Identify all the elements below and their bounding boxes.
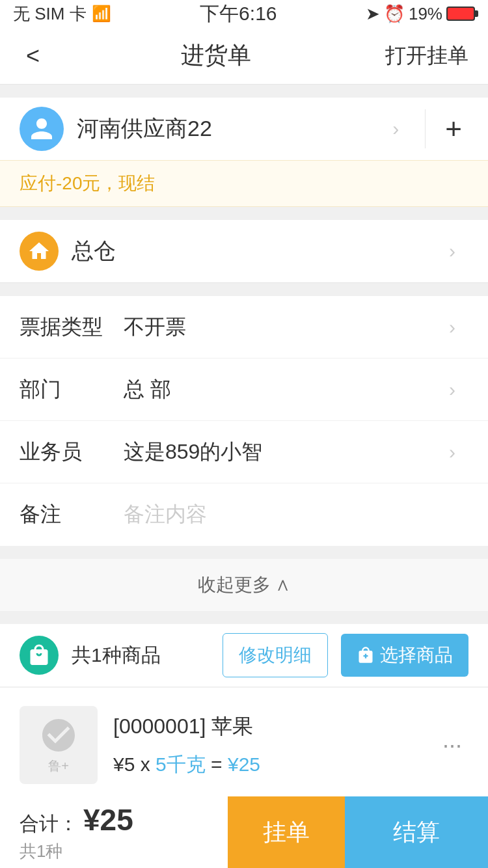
product-title: 苹果 bbox=[211, 714, 253, 738]
form-section: 票据类型 不开票 › 部门 总 部 › 业务员 这是859的小智 › 备注 备注… bbox=[0, 296, 488, 546]
alarm-icon: ⏰ bbox=[384, 4, 405, 24]
page-title: 进货单 bbox=[181, 40, 251, 72]
salesperson-label: 业务员 bbox=[20, 438, 111, 467]
open-pending-button[interactable]: 打开挂单 bbox=[385, 42, 468, 70]
remarks-label: 备注 bbox=[20, 500, 111, 529]
supplier-name: 河南供应商22 bbox=[77, 114, 392, 144]
battery-percent: 19% bbox=[409, 4, 442, 24]
total-value: 25 bbox=[100, 803, 133, 837]
invoice-type-row[interactable]: 票据类型 不开票 › bbox=[0, 296, 488, 359]
warehouse-building-icon bbox=[27, 239, 51, 263]
supplier-section[interactable]: 河南供应商22 › + bbox=[0, 98, 488, 160]
status-time: 下午6:16 bbox=[200, 1, 277, 27]
warehouse-section[interactable]: 总仓 › bbox=[0, 220, 488, 282]
invoice-type-value: 不开票 bbox=[111, 313, 449, 342]
product-thumbnail: 鲁+ bbox=[20, 706, 98, 784]
product-count-icon bbox=[20, 636, 59, 675]
total-label: 合计： bbox=[20, 811, 78, 837]
product-equals: = bbox=[211, 753, 228, 775]
total-symbol: ¥ bbox=[83, 803, 100, 837]
status-right: ➤ ⏰ 19% bbox=[366, 4, 475, 24]
product-name: [0000001] 苹果 bbox=[113, 712, 420, 741]
salesperson-row[interactable]: 业务员 这是859的小智 › bbox=[0, 421, 488, 483]
salesperson-value: 这是859的小智 bbox=[111, 438, 449, 467]
product-info: [0000001] 苹果 ¥5 x 5千克 = ¥25 bbox=[113, 712, 420, 778]
select-product-icon bbox=[357, 646, 375, 664]
warehouse-icon bbox=[20, 232, 59, 271]
supplier-chevron-icon: › bbox=[392, 118, 399, 140]
product-multiply: x bbox=[141, 753, 156, 775]
remarks-value: 备注内容 bbox=[111, 500, 468, 529]
supplier-avatar-icon bbox=[29, 116, 55, 142]
total-section: 合计： ¥25 共1种 bbox=[0, 802, 228, 863]
wifi-icon: 📶 bbox=[92, 5, 111, 23]
checkout-button[interactable]: 结算 bbox=[345, 796, 488, 868]
product-default-icon bbox=[39, 716, 78, 755]
remarks-row[interactable]: 备注 备注内容 bbox=[0, 483, 488, 546]
product-thumb-label: 鲁+ bbox=[48, 757, 69, 775]
collapse-more-text: 收起更多 ∧ bbox=[198, 573, 291, 597]
department-chevron-icon: › bbox=[449, 379, 455, 401]
product-quantity: 5千克 bbox=[156, 753, 206, 775]
add-supplier-button[interactable]: + bbox=[439, 113, 468, 145]
hang-order-button[interactable]: 挂单 bbox=[228, 796, 345, 868]
select-product-button[interactable]: 选择商品 bbox=[341, 634, 468, 677]
collapse-more-button[interactable]: 收起更多 ∧ bbox=[0, 559, 488, 611]
department-value: 总 部 bbox=[111, 375, 449, 404]
status-left: 无 SIM 卡 📶 bbox=[13, 3, 111, 25]
info-banner-text: 应付-20元，现结 bbox=[20, 173, 155, 193]
products-header: 共1种商品 修改明细 选择商品 bbox=[0, 624, 488, 686]
salesperson-chevron-icon: › bbox=[449, 441, 455, 463]
supplier-divider bbox=[425, 109, 426, 148]
invoice-chevron-icon: › bbox=[449, 316, 455, 338]
nav-bar: < 进货单 打开挂单 bbox=[0, 27, 488, 85]
product-item: 鲁+ [0000001] 苹果 ¥5 x 5千克 = ¥25 ··· bbox=[0, 688, 488, 802]
warehouse-chevron-icon: › bbox=[449, 240, 455, 262]
status-bar: 无 SIM 卡 📶 下午6:16 ➤ ⏰ 19% bbox=[0, 0, 488, 27]
product-total: ¥25 bbox=[228, 753, 260, 775]
total-amount: ¥25 bbox=[83, 802, 133, 837]
supplier-avatar bbox=[20, 107, 64, 151]
info-banner: 应付-20元，现结 bbox=[0, 160, 488, 207]
product-unit-price: ¥5 bbox=[113, 753, 135, 775]
product-more-button[interactable]: ··· bbox=[436, 725, 468, 765]
location-icon: ➤ bbox=[366, 4, 380, 24]
back-button[interactable]: < bbox=[20, 36, 46, 76]
total-count: 共1种 bbox=[20, 840, 208, 863]
modify-detail-button[interactable]: 修改明细 bbox=[223, 633, 328, 677]
department-row[interactable]: 部门 总 部 › bbox=[0, 359, 488, 421]
battery-icon bbox=[446, 7, 475, 21]
product-count-text: 共1种商品 bbox=[72, 642, 210, 669]
shopping-bag-icon bbox=[27, 644, 51, 667]
warehouse-bottom-divider bbox=[0, 282, 488, 283]
product-code: [0000001] bbox=[113, 714, 206, 738]
product-price: ¥5 x 5千克 = ¥25 bbox=[113, 752, 420, 778]
invoice-type-label: 票据类型 bbox=[20, 313, 111, 342]
carrier-text: 无 SIM 卡 bbox=[13, 3, 87, 25]
bottom-bar: 合计： ¥25 共1种 挂单 结算 bbox=[0, 796, 488, 868]
warehouse-name: 总仓 bbox=[72, 236, 449, 266]
select-product-label: 选择商品 bbox=[380, 643, 453, 668]
department-label: 部门 bbox=[20, 375, 111, 404]
top-divider bbox=[0, 85, 488, 98]
total-line: 合计： ¥25 bbox=[20, 802, 208, 837]
